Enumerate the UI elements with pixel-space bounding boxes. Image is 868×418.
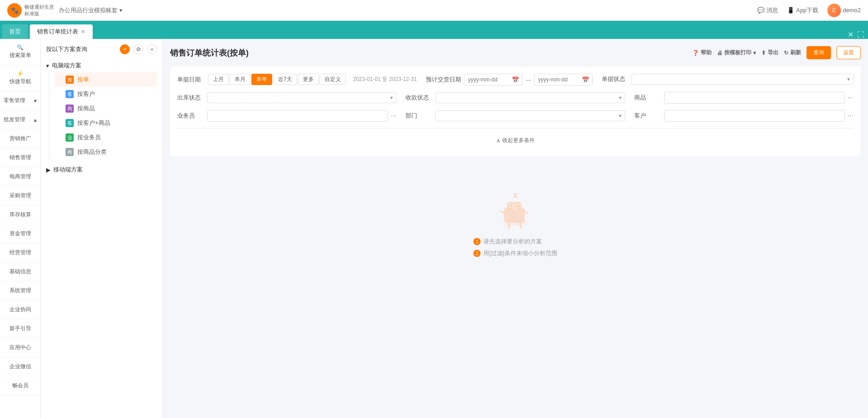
tab-maximize[interactable]: ⛶: [857, 31, 864, 39]
sidebar-item-system[interactable]: 系统管理: [0, 281, 40, 300]
expected-date-group: 预计交货日期 📅 — 📅: [426, 74, 593, 86]
svg-line-9: [525, 211, 528, 213]
sidebar-quick-nav[interactable]: ⚡ 快捷导航: [0, 65, 40, 91]
collapse-panel-btn[interactable]: «: [147, 44, 157, 54]
sidebar-item-inventory[interactable]: 库存核算: [0, 205, 40, 224]
scheme-by-salesperson[interactable]: 业 按业务员: [55, 130, 157, 145]
sidebar-item-retail[interactable]: 零售管理 ▾: [0, 91, 40, 110]
scheme-by-goods[interactable]: 商 按商品: [55, 101, 157, 116]
collapse-up-icon: ∧: [496, 138, 500, 144]
sidebar-item-membership[interactable]: 畅会员: [0, 376, 40, 395]
goods-more-dots[interactable]: ···: [848, 94, 854, 102]
message-action[interactable]: 💬 消息: [757, 6, 778, 14]
date-label: 单据日期: [177, 76, 204, 84]
left-panel: 按以下方案查询 + ⚙ « ▾ 电脑端方案: [41, 39, 163, 418]
customer-group: 客户 ···: [634, 110, 854, 122]
empty-tip-1: 1 请先选择要分析的方案: [473, 238, 557, 246]
collapse-icon: «: [151, 46, 154, 52]
scheme-by-customer-goods[interactable]: 客 按客户+商品: [55, 116, 157, 130]
date-to-wrapper: 📅: [534, 74, 593, 86]
collapse-bar[interactable]: ∧ 收起更多条件: [177, 132, 854, 149]
help-link[interactable]: ❓ 帮助: [692, 49, 712, 57]
print-dropdown-icon: ▾: [753, 50, 756, 56]
app-download-action[interactable]: 📱 App下载: [787, 6, 818, 14]
header-right: 💬 消息 📱 App下载 E demo2: [757, 4, 861, 17]
collapse-btn-label: 收起更多条件: [502, 137, 535, 144]
pc-scheme-items: 按 按单 客 按客户 商 按商品 客 按客户+商品: [49, 72, 157, 159]
sidebar-search[interactable]: 🔍 搜索菜单: [0, 39, 40, 65]
out-status-select[interactable]: [207, 92, 396, 103]
scheme-icon-customer: 客: [66, 90, 74, 98]
scheme-icon-goods: 商: [66, 104, 74, 113]
scheme-by-order[interactable]: 按 按单: [55, 72, 157, 87]
svg-line-8: [501, 211, 504, 213]
tab-close-icon[interactable]: ✕: [81, 28, 85, 35]
date-btn-last-month[interactable]: 上月: [208, 74, 229, 85]
user-action[interactable]: E demo2: [827, 4, 861, 17]
date-separator: —: [525, 76, 531, 83]
svg-point-12: [514, 193, 517, 196]
sidebar-item-finance[interactable]: 资金管理: [0, 224, 40, 243]
sidebar-item-operations[interactable]: 经营管理: [0, 243, 40, 262]
tree-expand-icon: ▾: [46, 62, 49, 69]
customer-more-dots[interactable]: ···: [848, 112, 854, 120]
pc-scheme-group[interactable]: ▾ 电脑端方案: [46, 59, 157, 72]
tab-home[interactable]: 首页: [2, 24, 28, 39]
scheme-by-customer[interactable]: 客 按客户: [55, 87, 157, 101]
refresh-link[interactable]: ↻ 刷新: [784, 49, 801, 57]
scheme-icon-customer-goods: 客: [66, 119, 74, 127]
svg-point-5: [511, 205, 512, 207]
sidebar-item-enterprise[interactable]: 企业协同: [0, 300, 40, 319]
tab-sales-stat[interactable]: 销售订单统计表 ✕: [30, 24, 93, 39]
top-header: 🐾 畅捷通好生意 标准版 办公用品行业模拟账套 ▾ 💬 消息 📱 App下载 E…: [0, 0, 868, 21]
receipt-status-select[interactable]: [435, 92, 625, 103]
salesperson-more-dots[interactable]: ···: [391, 112, 396, 120]
content-area: 按以下方案查询 + ⚙ « ▾ 电脑端方案: [41, 39, 868, 418]
scheme-icon-order: 按: [66, 76, 74, 84]
mobile-scheme-group[interactable]: ▶ 移动端方案: [46, 163, 157, 176]
filter-row-3: 业务员 ··· 部门 客户: [177, 110, 854, 122]
sidebar-item-basics[interactable]: 基础信息: [0, 262, 40, 281]
logo-icon: 🐾: [7, 3, 22, 18]
sidebar-item-appcenter[interactable]: 应用中心: [0, 338, 40, 357]
company-selector[interactable]: 办公用品行业模拟账套 ▾: [59, 6, 123, 14]
salesperson-input[interactable]: [207, 110, 388, 122]
goods-input[interactable]: [664, 92, 845, 104]
add-scheme-btn[interactable]: +: [120, 44, 130, 54]
date-btn-this-year[interactable]: 本年: [251, 74, 272, 85]
chevron-up-icon: ▴: [34, 117, 37, 123]
help-icon: ❓: [692, 50, 699, 56]
sidebar-item-marketing[interactable]: 营销推广: [0, 129, 40, 148]
department-label: 部门: [406, 112, 433, 120]
settings-scheme-btn[interactable]: ⚙: [133, 44, 143, 54]
status-select[interactable]: [632, 74, 854, 85]
date-btn-7days[interactable]: 近7天: [273, 74, 297, 85]
svg-line-10: [509, 223, 510, 228]
sidebar-item-wechat[interactable]: 企业微信: [0, 357, 40, 376]
filter-panel: 单据日期 上月 本月 本年 近7天 更多 自定义 2023-01-01 至 20…: [170, 66, 861, 156]
sidebar-item-sales[interactable]: 销售管理: [0, 148, 40, 167]
export-link[interactable]: ⬆ 导出: [761, 49, 778, 57]
date-range-text: 2023-01-01 至 2023-12-31: [353, 76, 417, 83]
main-layout: 🔍 搜索菜单 ⚡ 快捷导航 零售管理 ▾ 批发管理 ▴ 营销推广 销售管理 电商…: [0, 39, 868, 418]
page-title-actions: ❓ 帮助 🖨 按模板打印 ▾ ⬆ 导出 ↻ 刷新: [692, 46, 861, 59]
customer-input[interactable]: [664, 110, 845, 122]
scheme-by-category[interactable]: 商 按商品分类: [55, 145, 157, 159]
print-link[interactable]: 🖨 按模板打印 ▾: [717, 49, 756, 57]
salesperson-label: 业务员: [177, 112, 204, 120]
date-btn-more[interactable]: 更多: [298, 74, 319, 85]
sidebar-item-wholesale[interactable]: 批发管理 ▴: [0, 110, 40, 129]
receipt-status-wrapper: [435, 92, 625, 103]
query-button[interactable]: 查询: [807, 46, 831, 59]
settings-button[interactable]: 设置: [836, 46, 861, 59]
sidebar-item-ecommerce[interactable]: 电商管理: [0, 167, 40, 186]
empty-illustration: [493, 187, 538, 232]
department-select[interactable]: [435, 110, 625, 121]
date-btn-this-month[interactable]: 本月: [230, 74, 250, 85]
filter-row-2: 出库状态 收款状态: [177, 92, 854, 104]
date-btn-custom[interactable]: 自定义: [320, 74, 346, 85]
tab-close-all[interactable]: ✕: [848, 30, 854, 39]
sidebar-item-purchase[interactable]: 采购管理: [0, 186, 40, 205]
salesperson-group: 业务员 ···: [177, 110, 396, 122]
sidebar-item-newbie[interactable]: 新手引导: [0, 319, 40, 338]
